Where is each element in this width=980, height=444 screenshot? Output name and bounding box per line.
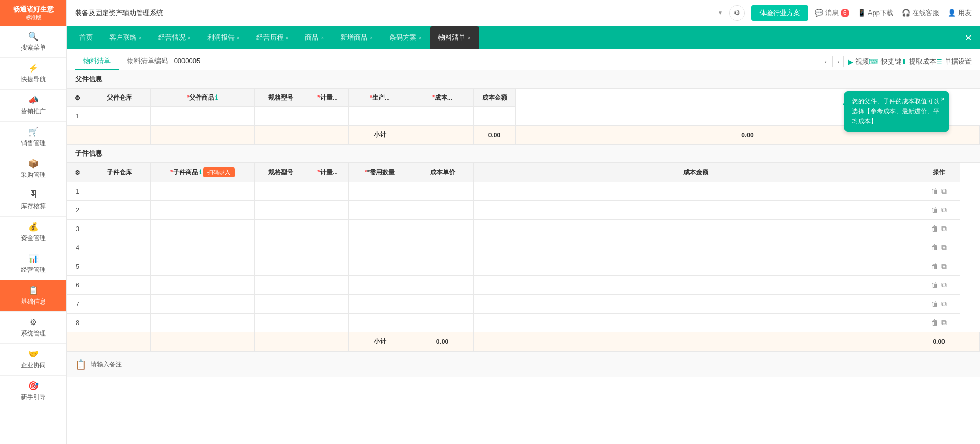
child-row-cost-unit[interactable] xyxy=(411,220,474,238)
child-row-required-qty[interactable] xyxy=(349,276,411,295)
tab-operation-status-close[interactable]: × xyxy=(188,35,191,41)
child-row-cost-unit[interactable] xyxy=(411,276,474,295)
child-row-warehouse[interactable] xyxy=(88,182,151,201)
child-row-required-qty[interactable] xyxy=(349,220,411,238)
close-all-tabs[interactable]: ✕ xyxy=(961,33,976,43)
child-row-required-qty[interactable] xyxy=(349,201,411,220)
child-row-goods[interactable] xyxy=(151,238,255,257)
app-download-btn[interactable]: 📱 App下载 xyxy=(858,8,893,18)
sub-tab-bom-list[interactable]: 物料清单 xyxy=(75,53,119,70)
child-row-warehouse[interactable] xyxy=(88,276,151,295)
copy-icon[interactable]: ⧉ xyxy=(941,262,947,271)
child-row-spec[interactable] xyxy=(255,238,307,257)
parent-row-unit[interactable] xyxy=(307,107,349,126)
sidebar-item-purchase[interactable]: 📦 采购管理 xyxy=(0,153,66,185)
parent-row-cost-amount[interactable] xyxy=(474,107,516,126)
child-row-unit[interactable] xyxy=(307,238,349,257)
child-row-goods[interactable] xyxy=(151,182,255,201)
tooltip-close-btn[interactable]: × xyxy=(941,94,945,104)
child-row-goods[interactable] xyxy=(151,314,255,332)
tab-operation-history[interactable]: 经营历程 × xyxy=(248,26,297,49)
child-row-spec[interactable] xyxy=(255,295,307,314)
tab-profit[interactable]: 利润报告 × xyxy=(199,26,248,49)
parent-row-warehouse[interactable] xyxy=(88,107,151,126)
copy-icon[interactable]: ⧉ xyxy=(941,243,947,252)
copy-icon[interactable]: ⧉ xyxy=(941,318,947,327)
delete-icon[interactable]: 🗑 xyxy=(931,187,938,196)
child-row-unit[interactable] xyxy=(307,314,349,332)
delete-icon[interactable]: 🗑 xyxy=(931,224,938,233)
child-row-cost-amount[interactable] xyxy=(474,201,918,220)
parent-goods-info-icon[interactable]: ℹ xyxy=(215,94,218,101)
tab-home[interactable]: 首页 xyxy=(71,26,101,49)
message-btn[interactable]: 💬 消息 6 xyxy=(815,8,849,18)
parent-row-produce[interactable] xyxy=(349,107,411,126)
child-row-cost-unit[interactable] xyxy=(411,314,474,332)
tab-operation-status[interactable]: 经营情况 × xyxy=(150,26,199,49)
delete-icon[interactable]: 🗑 xyxy=(931,299,938,308)
child-row-spec[interactable] xyxy=(255,276,307,295)
sidebar-item-basic-info[interactable]: 📋 基础信息 xyxy=(0,280,66,312)
child-row-warehouse[interactable] xyxy=(88,201,151,220)
copy-icon[interactable]: ⧉ xyxy=(941,224,947,233)
delete-icon[interactable]: 🗑 xyxy=(931,243,938,252)
next-page-btn[interactable]: › xyxy=(832,56,844,67)
child-row-cost-amount[interactable] xyxy=(474,182,918,201)
tab-customer[interactable]: 客户联络 × xyxy=(101,26,150,49)
child-row-required-qty[interactable] xyxy=(349,238,411,257)
sidebar-item-operation[interactable]: 📊 经营管理 xyxy=(0,248,66,280)
sidebar-item-inventory[interactable]: 🗄 库存核算 xyxy=(0,185,66,217)
user-btn[interactable]: 👤 用友 xyxy=(948,8,972,18)
parent-row-goods[interactable] xyxy=(151,107,255,126)
child-row-cost-unit[interactable] xyxy=(411,182,474,201)
parent-col-settings[interactable]: ⚙ xyxy=(67,89,88,107)
sidebar-item-quick-nav[interactable]: ⚡ 快捷导航 xyxy=(0,58,66,90)
prev-page-btn[interactable]: ‹ xyxy=(820,56,831,67)
sidebar-item-enterprise[interactable]: 🤝 企业协同 xyxy=(0,344,66,376)
child-row-goods[interactable] xyxy=(151,220,255,238)
child-row-unit[interactable] xyxy=(307,295,349,314)
sidebar-item-sales[interactable]: 🛒 销售管理 xyxy=(0,122,66,153)
sidebar-item-marketing[interactable]: 📣 营销推广 xyxy=(0,90,66,122)
sidebar-item-search[interactable]: 🔍 搜索菜单 xyxy=(0,26,66,58)
parent-row-cost[interactable] xyxy=(411,107,474,126)
tab-bom[interactable]: 物料清单 × xyxy=(430,26,479,49)
delete-icon[interactable]: 🗑 xyxy=(931,281,938,290)
delete-icon[interactable]: 🗑 xyxy=(931,318,938,327)
child-row-unit[interactable] xyxy=(307,220,349,238)
sidebar-item-finance[interactable]: 💰 资金管理 xyxy=(0,217,66,248)
child-row-goods[interactable] xyxy=(151,295,255,314)
child-row-spec[interactable] xyxy=(255,220,307,238)
copy-icon[interactable]: ⧉ xyxy=(941,187,947,196)
child-row-required-qty[interactable] xyxy=(349,257,411,276)
single-setting-btn[interactable]: ☰ 单据设置 xyxy=(936,57,972,66)
copy-icon[interactable]: ⧉ xyxy=(941,206,947,214)
delete-icon[interactable]: 🗑 xyxy=(931,262,938,271)
delete-icon[interactable]: 🗑 xyxy=(931,206,938,214)
child-row-cost-unit[interactable] xyxy=(411,201,474,220)
tab-customer-close[interactable]: × xyxy=(139,35,142,41)
tab-bom-close[interactable]: × xyxy=(468,35,471,41)
tab-operation-history-close[interactable]: × xyxy=(286,35,289,41)
child-col-settings[interactable]: ⚙ xyxy=(67,163,88,182)
child-row-unit[interactable] xyxy=(307,201,349,220)
view-btn[interactable]: ▶ 视频 xyxy=(848,57,869,66)
child-row-required-qty[interactable] xyxy=(349,314,411,332)
settings-button[interactable]: ⚙ xyxy=(729,5,745,21)
child-row-warehouse[interactable] xyxy=(88,238,151,257)
child-row-warehouse[interactable] xyxy=(88,314,151,332)
child-row-spec[interactable] xyxy=(255,201,307,220)
child-row-spec[interactable] xyxy=(255,182,307,201)
copy-icon[interactable]: ⧉ xyxy=(941,281,947,290)
system-title-arrow[interactable]: ▼ xyxy=(718,10,723,16)
child-row-unit[interactable] xyxy=(307,276,349,295)
shortcut-btn[interactable]: ⌨ 快捷键 xyxy=(869,57,901,66)
sub-tab-bom-code[interactable]: 物料清单编码 0000005 xyxy=(119,53,209,70)
tab-new-goods[interactable]: 新增商品 × xyxy=(332,26,381,49)
child-row-cost-amount[interactable] xyxy=(474,276,918,295)
child-row-required-qty[interactable] xyxy=(349,295,411,314)
child-row-unit[interactable] xyxy=(307,257,349,276)
child-row-cost-unit[interactable] xyxy=(411,238,474,257)
scan-btn[interactable]: 扫码录入 xyxy=(203,167,235,177)
child-row-goods[interactable] xyxy=(151,276,255,295)
